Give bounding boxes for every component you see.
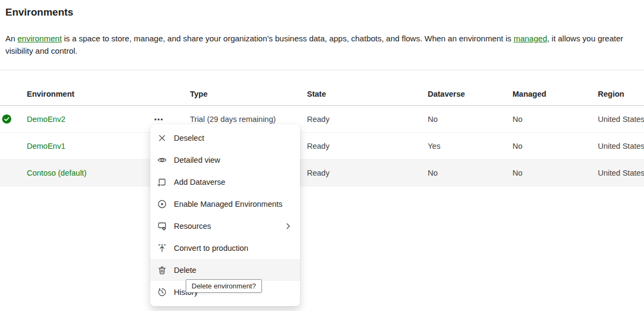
column-header-state[interactable]: State <box>306 90 427 98</box>
environment-managed: No <box>511 142 597 150</box>
managed-circle-icon <box>157 199 167 209</box>
menu-item-label: Enable Managed Environments <box>174 200 294 208</box>
environment-managed: No <box>511 115 597 124</box>
menu-item-deselect[interactable]: Deselect <box>150 127 300 149</box>
menu-item-label: Resources <box>174 222 294 230</box>
column-header-dataverse[interactable]: Dataverse <box>427 90 511 98</box>
more-options-icon[interactable]: ⋯ <box>152 113 166 125</box>
dataverse-add-icon <box>157 177 167 187</box>
column-header-managed[interactable]: Managed <box>511 90 597 98</box>
environments-page: Environments An environment is a space t… <box>0 6 644 186</box>
menu-item-label: Convert to production <box>174 244 294 252</box>
chevron-right-icon <box>283 221 294 232</box>
convert-up-icon <box>157 243 167 254</box>
environment-state: Ready <box>306 142 427 150</box>
table-header-row: Environment Type State Dataverse Managed… <box>0 70 644 106</box>
menu-item-label: Delete <box>174 266 294 274</box>
menu-item-convert-to-production[interactable]: Convert to production <box>150 237 300 259</box>
managed-link[interactable]: managed <box>514 34 547 43</box>
environment-managed: No <box>511 169 597 177</box>
environment-dataverse: Yes <box>427 142 511 150</box>
table-row-contoso[interactable]: Contoso (default) Ready No No United Sta… <box>0 160 644 186</box>
selected-check-icon <box>2 114 12 124</box>
environment-region: United States <box>597 169 644 177</box>
x-icon <box>157 133 167 143</box>
environment-dataverse: No <box>427 169 511 177</box>
table-row-demoenv1[interactable]: DemoEnv1 Ready Yes No United States <box>0 133 644 160</box>
page-description: An environment is a space to store, mana… <box>5 32 639 57</box>
environment-region: United States <box>597 115 644 124</box>
page-title: Environments <box>5 6 644 18</box>
menu-item-add-dataverse[interactable]: Add Dataverse <box>150 171 300 193</box>
environment-state: Ready <box>306 115 427 124</box>
eye-icon <box>157 155 167 165</box>
description-text: An <box>5 34 18 43</box>
environments-table: Environment Type State Dataverse Managed… <box>0 70 644 186</box>
description-text: is a space to store, manage, and share y… <box>62 34 514 43</box>
environment-state: Ready <box>306 169 427 177</box>
trash-icon <box>157 265 167 276</box>
row-selected-checkbox[interactable] <box>0 114 26 124</box>
menu-item-label: Add Dataverse <box>174 178 294 186</box>
column-header-region[interactable]: Region <box>597 90 644 98</box>
menu-item-label: Deselect <box>174 134 294 142</box>
column-header-type[interactable]: Type <box>189 90 306 98</box>
environment-dataverse: No <box>427 115 511 124</box>
table-row-demoenv2[interactable]: DemoEnv2 Trial (29 days remaining) Ready… <box>0 106 644 133</box>
column-header-environment[interactable]: Environment <box>26 90 189 98</box>
menu-item-resources[interactable]: Resources <box>150 215 300 237</box>
menu-item-detailed-view[interactable]: Detailed view <box>150 149 300 171</box>
environment-type: Trial (29 days remaining) <box>189 115 306 124</box>
menu-item-enable-managed-environments[interactable]: Enable Managed Environments <box>150 193 300 215</box>
environment-region: United States <box>597 142 644 150</box>
menu-item-delete[interactable]: Delete <box>150 259 300 281</box>
environment-link[interactable]: environment <box>18 34 62 43</box>
history-icon <box>157 287 167 298</box>
resources-icon <box>157 221 167 232</box>
menu-item-label: Detailed view <box>174 156 294 164</box>
delete-environment-tooltip: Delete environment? <box>186 279 262 293</box>
